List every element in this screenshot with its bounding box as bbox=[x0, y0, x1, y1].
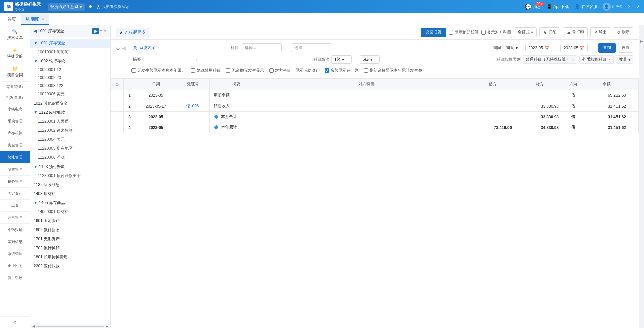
sidebar-item-sales[interactable]: 小畅报销 bbox=[0, 224, 30, 236]
level-to-select[interactable]: 6级 ▾ bbox=[360, 55, 380, 64]
sidebar-item-inventory[interactable]: 库存核算 bbox=[0, 127, 30, 139]
sidebar-item-tax[interactable]: 税务管理 bbox=[0, 176, 30, 188]
tree-scroll-right[interactable]: ▶ bbox=[106, 324, 108, 328]
tag-quantity[interactable]: 数量 ▾ bbox=[616, 55, 633, 64]
close-button[interactable]: × bbox=[628, 4, 631, 10]
show-auxiliary-checkbox[interactable]: 显示辅助核算 bbox=[449, 29, 479, 35]
tag-close-icon[interactable]: × bbox=[572, 57, 574, 62]
tree-scroll-left[interactable]: ◀ bbox=[32, 324, 35, 328]
tree-item-2202[interactable]: 2202 应付账款 bbox=[30, 262, 110, 271]
tree-item-1001[interactable]: ▼1001 库存现金 bbox=[30, 39, 110, 48]
tree-item-1701[interactable]: 1701 无形资产 bbox=[30, 235, 110, 244]
amount-style-button[interactable]: 金额式 ▾ bbox=[514, 27, 537, 37]
query-expand-button[interactable]: ∧ ∧ 收起更多 bbox=[116, 28, 149, 37]
tag-foreign[interactable]: 外币核算科目 × bbox=[579, 55, 614, 64]
tree-item-1403[interactable]: 1403 原材料 bbox=[30, 189, 110, 198]
checkbox-hide-inactive[interactable]: 隐藏禁用科目 bbox=[191, 68, 221, 73]
company-selector[interactable]: 畅捷通好生意财 ▾ bbox=[48, 3, 85, 11]
tree-item-10020002[interactable]: 10020002 23 bbox=[30, 74, 110, 82]
collapse-icon[interactable]: ▼ bbox=[34, 164, 38, 169]
tree-item-1123[interactable]: ▼1123 预付账款 bbox=[30, 162, 110, 171]
tab-close-icon[interactable]: × bbox=[42, 17, 44, 21]
tree-add-icon[interactable]: ✎ bbox=[103, 29, 107, 34]
collapse-icon[interactable]: ▼ bbox=[34, 59, 38, 63]
checkbox-no-balance[interactable]: 无余额无发生显示 bbox=[226, 68, 264, 73]
tree-scrollbar[interactable] bbox=[36, 326, 104, 327]
checkbox-no-occurrence[interactable]: 无发生额显示本月本年累计 bbox=[131, 68, 185, 73]
query-button[interactable]: 查询 bbox=[598, 43, 616, 53]
voucher-link[interactable]: 记-006 bbox=[186, 104, 199, 108]
sidebar-item-wholesale[interactable]: 批发管理 ▾ bbox=[0, 92, 30, 103]
collapse-icon[interactable]: ▼ bbox=[34, 41, 38, 45]
tree-item-11220006[interactable]: 11220006 游戏 bbox=[30, 153, 110, 162]
tree-item-11220005[interactable]: 11220005 所在地区 bbox=[30, 144, 110, 153]
tree-item-1601[interactable]: 1601 固定资产 bbox=[30, 216, 110, 225]
tag-normal[interactable]: 普通科目（无特殊核算） × bbox=[523, 55, 577, 64]
tree-item-1002[interactable]: ▼1002 银行存款 bbox=[30, 57, 110, 66]
return-old-version-button[interactable]: 返回旧版 bbox=[421, 28, 446, 37]
tree-item-10020001[interactable]: 10020001 12 bbox=[30, 66, 110, 74]
settings-icon[interactable]: ⚙ bbox=[115, 82, 119, 87]
show-opposite-checkbox[interactable]: 显示对方科目 bbox=[481, 29, 511, 35]
sidebar-item-finance[interactable]: 资金管理 bbox=[0, 139, 30, 151]
cloud-print-button[interactable]: ☁ 云打印 bbox=[563, 27, 588, 37]
settings-icon[interactable]: ⚙ bbox=[87, 3, 94, 10]
sidebar-item-salary[interactable]: 工资 bbox=[0, 200, 30, 212]
filter-collapse-icon[interactable]: ◀ bbox=[122, 45, 126, 51]
right-panel[interactable]: ▶ bbox=[639, 25, 644, 328]
sidebar-item-retail[interactable]: 零售管理 ▾ bbox=[0, 82, 30, 92]
checkbox-balance-in-column[interactable]: 余额显示在一列 bbox=[325, 68, 359, 73]
subject-from-input[interactable]: 选择... ··· bbox=[241, 43, 282, 52]
tree-item-1801[interactable]: 1801 长期待摊费用 bbox=[30, 253, 110, 262]
sidebar-item-basic[interactable]: 基础信息 bbox=[0, 236, 30, 248]
app-download-button[interactable]: 📱 App下载 bbox=[546, 4, 569, 10]
tree-item-10010001[interactable]: 10010001 呵呵呵 bbox=[30, 48, 110, 57]
tree-item-11220001[interactable]: 11220001 人民币 bbox=[30, 117, 110, 126]
sidebar-item-invoice[interactable]: 发票管理 bbox=[0, 163, 30, 176]
tree-search-input[interactable] bbox=[38, 29, 91, 34]
sidebar-item-ecommerce[interactable]: 小畅电商 bbox=[0, 103, 30, 115]
sidebar-item-project[interactable]: 📁 项目合同 bbox=[0, 63, 30, 82]
sidebar-item-operation[interactable]: 经营管理 bbox=[0, 212, 30, 224]
scheme-label[interactable]: 系统方案 bbox=[139, 45, 155, 51]
tree-item-10020003[interactable]: 10020003 122 bbox=[30, 82, 110, 90]
settings-button[interactable]: 设置 bbox=[618, 43, 633, 53]
user-avatar[interactable]: 👤 用户名 bbox=[603, 3, 622, 11]
sidebar-item-search[interactable]: 🔍 搜索菜单 bbox=[0, 25, 30, 44]
sidebar-settings[interactable]: ⚙ bbox=[0, 316, 30, 328]
sidebar-item-assets[interactable]: 固定资产 bbox=[0, 188, 30, 200]
tree-item-1702[interactable]: 1702 累计摊销 bbox=[30, 244, 110, 253]
tree-back-icon[interactable]: ◀ bbox=[34, 29, 37, 34]
tree-forward-icon[interactable]: ▶ bbox=[92, 28, 99, 34]
export-button[interactable]: ↗ 导出 bbox=[590, 27, 610, 37]
tab-home[interactable]: 首页 bbox=[3, 14, 21, 24]
tab-ledger[interactable]: 明细账 × bbox=[21, 14, 49, 25]
sidebar-item-system[interactable]: 系统管理 bbox=[0, 248, 30, 260]
checkbox-show-ytd[interactable]: 期初余额显示本年累计发生额 bbox=[364, 68, 422, 73]
period-from-input[interactable]: 2023-05 📅 bbox=[525, 44, 552, 52]
checkbox-opposite-subject[interactable]: 对方科目（显示辅助项） bbox=[269, 68, 319, 73]
col-settings[interactable]: ⚙ bbox=[111, 79, 124, 90]
message-button[interactable]: 💬 消息 99+ bbox=[525, 4, 541, 10]
tree-item-1405[interactable]: ▼1405 库存商品 bbox=[30, 198, 110, 207]
tree-item-11220002[interactable]: 11220002 往来标签 bbox=[30, 126, 110, 135]
collapse-icon[interactable]: ▼ bbox=[34, 200, 38, 205]
tree-list-icon[interactable]: ≡ bbox=[99, 29, 102, 34]
sidebar-item-guide[interactable]: 新手引导 bbox=[0, 272, 30, 284]
tree-item-1132[interactable]: 1132 应收利息 bbox=[30, 180, 110, 189]
tree-item-10020006[interactable]: 10020006 美元 bbox=[30, 90, 110, 99]
print-button[interactable]: 🖨 打印 bbox=[539, 27, 560, 37]
sidebar-item-ledger[interactable]: 总账管理 bbox=[0, 151, 30, 163]
tag-close-icon[interactable]: × bbox=[608, 57, 611, 62]
subject-to-input[interactable]: 选择... ··· bbox=[291, 43, 331, 52]
period-type-select[interactable]: 期间 ▾ bbox=[503, 44, 523, 52]
tree-item-1012[interactable]: 1012 其他货币资金 bbox=[30, 99, 110, 108]
tree-item-11220004[interactable]: 11220004 美元 bbox=[30, 135, 110, 144]
level-from-select[interactable]: 1级 ▾ bbox=[331, 55, 352, 64]
collapse-icon[interactable]: ▼ bbox=[34, 110, 38, 115]
tree-item-11230001[interactable]: 11230001 预付账款美于 bbox=[30, 171, 110, 180]
tree-item-1602[interactable]: 1602 累计折旧 bbox=[30, 225, 110, 235]
more-options[interactable]: ··· bbox=[334, 46, 337, 50]
filter-icon[interactable]: ⊕ bbox=[116, 45, 120, 51]
tree-item-14050001[interactable]: 14050001 原材料 bbox=[30, 207, 110, 216]
